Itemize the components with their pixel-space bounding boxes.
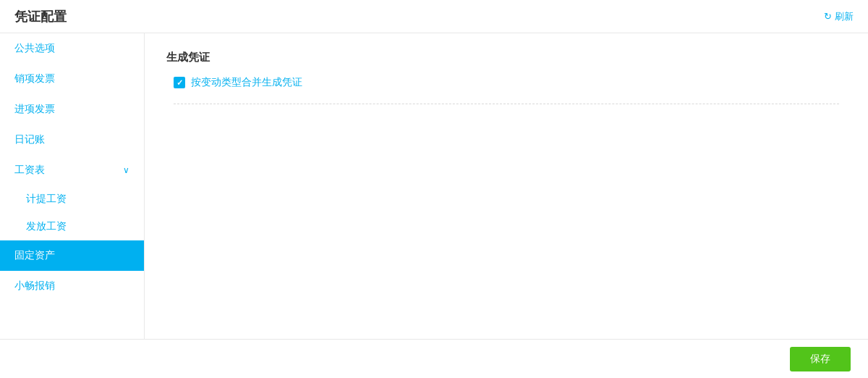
sidebar-item-label: 固定资产 (14, 249, 55, 262)
sidebar-item-sales-invoice[interactable]: 销项发票 (0, 64, 144, 94)
sidebar-item-label: 日记账 (14, 133, 45, 146)
page-wrapper: 凭证配置 ↻ 刷新 公共选项 销项发票 进项发票 日记账 工资表 ∨ (0, 0, 868, 378)
section-body: ✓ 按变动类型合并生成凭证 (166, 76, 846, 133)
checkmark-icon: ✓ (176, 78, 183, 88)
main-content: 公共选项 销项发票 进项发票 日记账 工资表 ∨ 计提工资 发放工资 固定资 (0, 33, 868, 339)
sidebar: 公共选项 销项发票 进项发票 日记账 工资表 ∨ 计提工资 发放工资 固定资 (0, 33, 145, 339)
sidebar-item-label: 进项发票 (14, 103, 55, 116)
refresh-label: 刷新 (835, 10, 854, 23)
footer: 保存 (0, 339, 868, 378)
refresh-icon: ↻ (824, 11, 832, 22)
sidebar-item-label: 发放工资 (26, 220, 67, 232)
checkbox-row: ✓ 按变动类型合并生成凭证 (174, 76, 839, 89)
sidebar-item-payroll-pay[interactable]: 发放工资 (0, 213, 144, 240)
sidebar-item-label: 工资表 (14, 164, 45, 177)
save-button[interactable]: 保存 (790, 347, 851, 371)
merge-by-type-checkbox[interactable]: ✓ (174, 77, 185, 88)
page-title: 凭证配置 (14, 8, 67, 25)
sidebar-item-label: 销项发票 (14, 72, 55, 85)
section-title: 生成凭证 (166, 51, 846, 64)
sidebar-item-label: 公共选项 (14, 42, 55, 55)
sidebar-item-payroll[interactable]: 工资表 ∨ (0, 155, 144, 185)
sidebar-item-public-options[interactable]: 公共选项 (0, 33, 144, 64)
sidebar-item-purchase-invoice[interactable]: 进项发票 (0, 94, 144, 125)
sidebar-item-label: 计提工资 (26, 193, 67, 204)
checkbox-label[interactable]: 按变动类型合并生成凭证 (191, 76, 302, 89)
chevron-down-icon: ∨ (123, 165, 129, 175)
refresh-button[interactable]: ↻ 刷新 (824, 10, 854, 23)
sidebar-item-fixed-assets[interactable]: 固定资产 (0, 240, 144, 271)
sidebar-item-label: 小畅报销 (14, 280, 55, 293)
content-panel: 生成凭证 ✓ 按变动类型合并生成凭证 (145, 33, 868, 339)
section-divider (174, 104, 839, 104)
sidebar-item-journal[interactable]: 日记账 (0, 125, 144, 155)
sidebar-item-payroll-accrue[interactable]: 计提工资 (0, 185, 144, 213)
header: 凭证配置 ↻ 刷新 (0, 0, 868, 33)
sidebar-item-expenses[interactable]: 小畅报销 (0, 271, 144, 301)
